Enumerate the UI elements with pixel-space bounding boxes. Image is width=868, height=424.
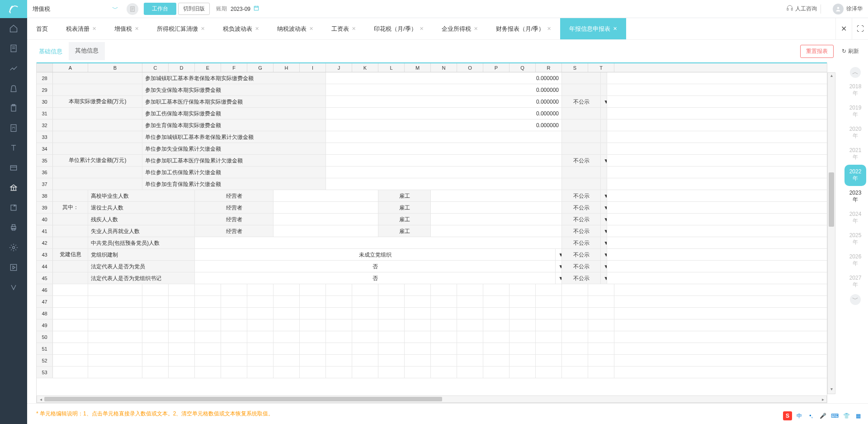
empty-cell[interactable] <box>352 284 378 295</box>
ime-punct-icon[interactable]: •, <box>807 411 816 420</box>
row-number[interactable]: 39 <box>37 202 53 213</box>
visibility-cell[interactable]: 不公示 <box>562 202 601 213</box>
year-option[interactable]: 2020年 <box>844 122 866 143</box>
value-cell[interactable] <box>274 190 378 201</box>
empty-cell[interactable] <box>221 296 247 307</box>
row-number[interactable]: 48 <box>37 308 53 319</box>
tab-6[interactable]: 工资表✕ <box>322 18 365 39</box>
empty-cell[interactable] <box>536 355 562 366</box>
close-icon[interactable]: ✕ <box>613 26 617 32</box>
empty-cell[interactable] <box>457 296 483 307</box>
empty-cell[interactable] <box>326 367 352 378</box>
row-number[interactable]: 40 <box>37 214 53 225</box>
visibility-dropdown[interactable] <box>601 167 607 178</box>
ime-mic-icon[interactable]: 🎤 <box>818 411 827 420</box>
nav-bag-icon[interactable] <box>0 79 27 98</box>
empty-cell[interactable] <box>536 284 562 295</box>
empty-cell[interactable] <box>142 308 169 319</box>
empty-cell[interactable] <box>300 331 326 343</box>
value-cell[interactable]: 0.000000 <box>326 72 562 84</box>
visibility-cell[interactable]: 不公示 <box>562 249 601 260</box>
close-icon[interactable]: ✕ <box>352 26 356 32</box>
visibility-dropdown[interactable] <box>601 143 607 154</box>
value-cell[interactable] <box>326 131 562 143</box>
column-header-C[interactable]: C <box>142 63 169 72</box>
close-icon[interactable]: ✕ <box>201 26 205 32</box>
row-number[interactable]: 35 <box>37 155 53 166</box>
empty-cell[interactable] <box>169 319 195 331</box>
empty-cell[interactable] <box>221 284 247 295</box>
ime-toolbar[interactable]: S 中 •, 🎤 ⌨ 👕 ▦ <box>781 410 864 421</box>
empty-cell[interactable] <box>431 308 457 319</box>
year-option[interactable]: 2025年 <box>844 229 866 250</box>
nav-doc-icon[interactable] <box>0 39 27 58</box>
empty-cell[interactable] <box>169 331 195 343</box>
row-number[interactable]: 38 <box>37 190 53 201</box>
close-icon[interactable]: ✕ <box>92 26 96 32</box>
empty-cell[interactable] <box>88 355 142 366</box>
empty-cell[interactable] <box>53 319 88 331</box>
row-number[interactable]: 45 <box>37 272 53 284</box>
tab-9[interactable]: 财务报表（月/季）✕ <box>487 18 561 39</box>
value-cell[interactable] <box>326 178 562 190</box>
ime-toolbox-icon[interactable]: ▦ <box>854 411 863 420</box>
column-header-E[interactable]: E <box>195 63 221 72</box>
visibility-dropdown[interactable] <box>601 108 607 119</box>
empty-cell[interactable] <box>405 367 431 378</box>
empty-cell[interactable] <box>300 284 326 295</box>
vertical-scroll-thumb[interactable] <box>829 172 834 227</box>
empty-cell[interactable] <box>53 355 88 366</box>
column-header-I[interactable]: I <box>300 63 326 72</box>
nav-share-icon[interactable] <box>0 198 27 217</box>
close-icon[interactable]: ✕ <box>309 26 313 32</box>
select-value[interactable]: 否 <box>195 272 556 284</box>
visibility-dropdown[interactable]: ▼ <box>601 249 607 260</box>
value-cell[interactable]: 0.000000 <box>326 96 562 107</box>
tab-2[interactable]: 增值税✕ <box>105 18 148 39</box>
visibility-cell[interactable] <box>562 143 601 154</box>
tab-1[interactable]: 税表清册✕ <box>57 18 105 39</box>
empty-cell[interactable] <box>142 367 169 378</box>
empty-cell[interactable] <box>88 343 142 354</box>
empty-cell[interactable] <box>562 355 588 366</box>
year-option[interactable]: 2027年 <box>844 271 866 292</box>
empty-cell[interactable] <box>274 355 300 366</box>
empty-cell[interactable] <box>431 343 457 354</box>
empty-cell[interactable] <box>142 355 169 366</box>
empty-cell[interactable] <box>142 319 169 331</box>
empty-cell[interactable] <box>195 355 221 366</box>
nav-chart-icon[interactable] <box>0 59 27 78</box>
nav-v-icon[interactable] <box>0 278 27 297</box>
empty-cell[interactable] <box>562 367 588 378</box>
empty-cell[interactable] <box>483 319 509 331</box>
empty-cell[interactable] <box>562 308 588 319</box>
column-header-P[interactable]: P <box>483 63 509 72</box>
value-cell[interactable] <box>274 214 378 225</box>
empty-cell[interactable] <box>509 308 536 319</box>
scroll-up-arrow[interactable]: ▴ <box>828 73 835 80</box>
select-dropdown[interactable]: ▼ <box>556 272 562 284</box>
empty-cell[interactable] <box>53 284 88 295</box>
nav-bank-icon[interactable] <box>0 178 27 197</box>
empty-cell[interactable] <box>457 284 483 295</box>
empty-cell[interactable] <box>247 343 274 354</box>
row-number[interactable]: 33 <box>37 131 53 143</box>
row-number[interactable]: 49 <box>37 319 53 331</box>
empty-cell[interactable] <box>431 367 457 378</box>
row-number[interactable]: 47 <box>37 296 53 307</box>
row-number[interactable]: 32 <box>37 119 53 131</box>
visibility-cell[interactable]: 不公示 <box>562 261 601 272</box>
empty-cell[interactable] <box>405 355 431 366</box>
empty-cell[interactable] <box>247 355 274 366</box>
nav-clipboard-icon[interactable] <box>0 99 27 118</box>
visibility-cell[interactable]: 不公示 <box>562 96 601 107</box>
value-cell[interactable] <box>326 155 562 166</box>
empty-cell[interactable] <box>457 355 483 366</box>
nav-home-icon[interactable] <box>0 19 27 38</box>
empty-cell[interactable] <box>431 319 457 331</box>
visibility-dropdown[interactable]: ▼ <box>601 202 607 213</box>
workspace-button[interactable]: 工作台 <box>144 3 176 15</box>
empty-cell[interactable] <box>274 343 300 354</box>
empty-cell[interactable] <box>405 296 431 307</box>
empty-cell[interactable] <box>274 308 300 319</box>
